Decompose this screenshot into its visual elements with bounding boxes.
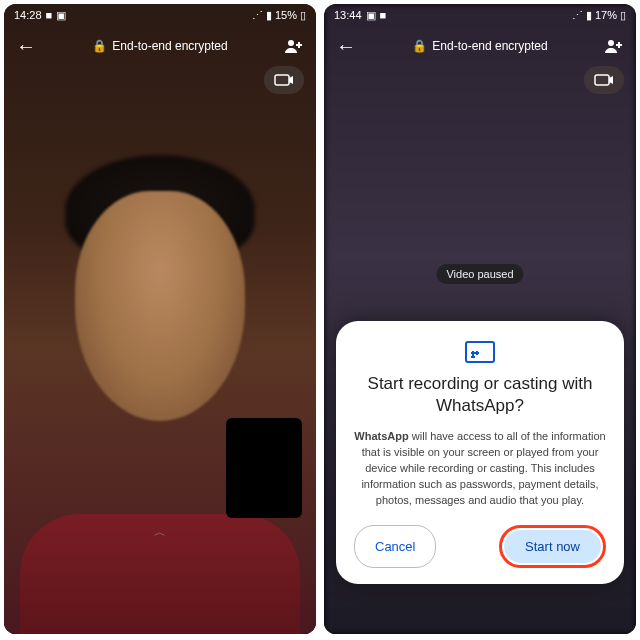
app-indicator-icon: ▣	[366, 9, 376, 22]
add-participant-button[interactable]	[604, 38, 624, 54]
encryption-label: 🔒 End-to-end encrypted	[412, 39, 547, 53]
start-now-button[interactable]: Start now	[504, 530, 601, 563]
svg-point-9	[608, 40, 614, 46]
self-preview[interactable]	[226, 418, 302, 518]
add-participant-button[interactable]	[284, 38, 304, 54]
status-time: 14:28	[14, 9, 42, 21]
back-button[interactable]: ←	[336, 35, 356, 58]
lock-icon: 🔒	[92, 39, 107, 53]
wifi-icon: ⋰	[252, 9, 263, 22]
app-indicator-icon: ▣	[56, 9, 66, 22]
expand-chevron-icon[interactable]: ︿	[4, 524, 316, 536]
cancel-button[interactable]: Cancel	[354, 525, 436, 568]
camera-indicator-icon: ■	[46, 9, 53, 21]
start-now-highlight: Start now	[499, 525, 606, 568]
signal-icon: ▮	[266, 9, 272, 22]
flip-camera-pill[interactable]	[584, 66, 624, 94]
cast-icon	[465, 341, 495, 363]
phone-left: 14:28 ■ ▣ ⋰ ▮ 15% ▯ ← 🔒 End-to-end encry…	[4, 4, 316, 634]
svg-point-0	[288, 40, 294, 46]
phone-right: 13:44 ▣ ■ ⋰ ▮ 17% ▯ ← 🔒 End-to-end encry…	[324, 4, 636, 634]
back-button[interactable]: ←	[16, 35, 36, 58]
status-bar: 14:28 ■ ▣ ⋰ ▮ 15% ▯	[4, 4, 316, 26]
svg-rect-10	[595, 75, 609, 85]
signal-icon: ▮	[586, 9, 592, 22]
call-top-bar: ← 🔒 End-to-end encrypted	[324, 26, 636, 66]
cast-permission-sheet: Start recording or casting with WhatsApp…	[336, 321, 624, 584]
encryption-text: End-to-end encrypted	[112, 39, 227, 53]
wifi-icon: ⋰	[572, 9, 583, 22]
status-bar: 13:44 ▣ ■ ⋰ ▮ 17% ▯	[324, 4, 636, 26]
call-top-bar: ← 🔒 End-to-end encrypted	[4, 26, 316, 66]
battery-icon: ▯	[300, 9, 306, 22]
status-time: 13:44	[334, 9, 362, 21]
video-paused-badge: Video paused	[436, 264, 523, 284]
sheet-actions: Cancel Start now	[354, 525, 606, 568]
battery-text: 15%	[275, 9, 297, 21]
sheet-body: WhatsApp will have access to all of the …	[354, 429, 606, 509]
sheet-title: Start recording or casting with WhatsApp…	[354, 373, 606, 417]
sheet-body-appname: WhatsApp	[354, 430, 408, 442]
flip-camera-pill[interactable]	[264, 66, 304, 94]
video-spacer	[4, 66, 316, 536]
encryption-text: End-to-end encrypted	[432, 39, 547, 53]
lock-icon: 🔒	[412, 39, 427, 53]
svg-rect-1	[275, 75, 289, 85]
encryption-label: 🔒 End-to-end encrypted	[92, 39, 227, 53]
battery-icon: ▯	[620, 9, 626, 22]
battery-text: 17%	[595, 9, 617, 21]
camera-indicator-icon: ■	[380, 9, 387, 21]
